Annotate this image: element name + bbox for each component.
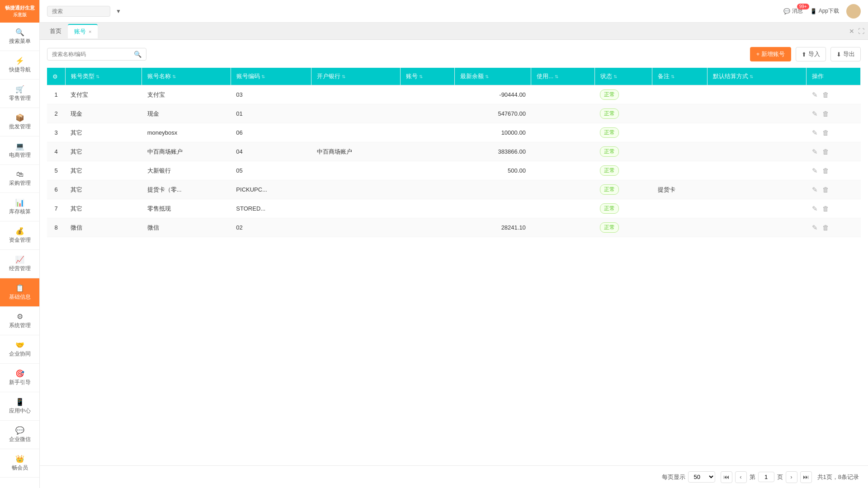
row-num: 5 xyxy=(47,161,65,180)
row-type: 支付宝 xyxy=(65,85,142,104)
sidebar-item-app-center[interactable]: 📱 应用中心 xyxy=(0,392,39,421)
row-usage xyxy=(531,104,594,123)
row-code: 06 xyxy=(231,123,311,142)
first-page-button[interactable]: ⏮ xyxy=(721,471,732,483)
page-number-input[interactable] xyxy=(758,472,774,482)
status-badge: 正常 xyxy=(600,127,619,138)
tab-expand-icon[interactable]: ⛶ xyxy=(858,28,864,35)
sort-code-icon[interactable]: ⇅ xyxy=(261,74,265,79)
sidebar-item-system[interactable]: ⚙ 系统管理 xyxy=(0,307,39,335)
row-account xyxy=(401,199,455,218)
sidebar-item-wholesale[interactable]: 📦 批发管理 xyxy=(0,108,39,136)
sort-remark-icon[interactable]: ⇅ xyxy=(671,74,675,79)
edit-icon[interactable]: ✎ xyxy=(812,224,818,232)
sidebar-item-ecommerce[interactable]: 💻 电商管理 xyxy=(0,136,39,165)
sidebar-item-label: 资金管理 xyxy=(2,236,38,244)
status-badge: 正常 xyxy=(600,146,619,157)
page-size-select-input[interactable]: 50 10 20 100 xyxy=(688,471,715,483)
delete-icon[interactable]: 🗑 xyxy=(822,205,829,213)
search-nav-icon: 🔍 xyxy=(2,28,38,37)
sort-name-icon[interactable]: ⇅ xyxy=(172,74,176,79)
sidebar-item-basic[interactable]: 📋 基础信息 xyxy=(0,278,39,307)
row-account xyxy=(401,123,455,142)
account-search-input[interactable] xyxy=(52,51,134,57)
sort-status-icon[interactable]: ⇅ xyxy=(613,74,617,79)
row-name: 微信 xyxy=(142,218,231,237)
delete-icon[interactable]: 🗑 xyxy=(822,167,829,175)
next-page-button[interactable]: › xyxy=(786,471,797,483)
sidebar-item-shortcut[interactable]: ⚡ 快捷导航 xyxy=(0,51,39,80)
edit-icon[interactable]: ✎ xyxy=(812,148,818,156)
row-usage xyxy=(531,199,594,218)
sidebar-item-label: 企业微信 xyxy=(2,436,38,443)
sidebar-item-finance[interactable]: 💰 资金管理 xyxy=(0,221,39,250)
sort-type-icon[interactable]: ⇅ xyxy=(96,74,99,79)
sidebar-item-retail[interactable]: 🛒 零售管理 xyxy=(0,80,39,108)
topbar-dropdown[interactable]: ▼ xyxy=(116,8,121,14)
tab-home[interactable]: 首页 xyxy=(43,24,68,38)
prev-page-button[interactable]: ‹ xyxy=(735,471,747,483)
tab-close-window-icon[interactable]: ✕ xyxy=(849,28,854,35)
sidebar-item-cooperation[interactable]: 🤝 企业协同 xyxy=(0,335,39,364)
user-avatar[interactable] xyxy=(846,4,861,19)
col-account-header: 账号⇅ xyxy=(401,68,455,85)
edit-icon[interactable]: ✎ xyxy=(812,167,818,175)
settings-icon[interactable]: ⚙ xyxy=(52,73,58,80)
sort-usage-icon[interactable]: ⇅ xyxy=(555,74,558,79)
edit-icon[interactable]: ✎ xyxy=(812,91,818,99)
shortcut-icon: ⚡ xyxy=(2,56,38,65)
message-icon: 💬 xyxy=(783,8,790,14)
row-actions: ✎ 🗑 xyxy=(807,180,861,199)
export-button[interactable]: ⬇ 导出 xyxy=(830,47,861,61)
sidebar-item-search[interactable]: 🔍 搜索菜单 xyxy=(0,23,39,51)
col-type-header: 账号类型⇅ xyxy=(65,68,142,85)
edit-icon[interactable]: ✎ xyxy=(812,110,818,118)
row-name: moneybosx xyxy=(142,123,231,142)
row-bank: 中百商场账户 xyxy=(311,142,401,161)
tab-account[interactable]: 账号 × xyxy=(68,24,98,38)
table-toolbar: 🔍 + 新增账号 ⬆ 导入 ⬇ 导出 xyxy=(47,47,861,61)
row-num: 7 xyxy=(47,199,65,218)
sort-payment-icon[interactable]: ⇅ xyxy=(750,74,753,79)
delete-icon[interactable]: 🗑 xyxy=(822,110,829,118)
col-status-header: 状态⇅ xyxy=(594,68,652,85)
sort-balance-icon[interactable]: ⇅ xyxy=(485,74,489,79)
sidebar-item-purchase[interactable]: 🛍 采购管理 xyxy=(0,165,39,193)
message-button[interactable]: 💬 消息 99+ xyxy=(783,7,803,15)
sidebar-item-operations[interactable]: 📈 经营管理 xyxy=(0,250,39,278)
new-account-button[interactable]: + 新增账号 xyxy=(750,47,791,61)
import-button[interactable]: ⬆ 导入 xyxy=(796,47,826,61)
search-icon[interactable]: 🔍 xyxy=(134,51,142,58)
sidebar-item-label: 基础信息 xyxy=(2,293,38,301)
delete-icon[interactable]: 🗑 xyxy=(822,148,829,156)
row-name: 提货卡（零... xyxy=(142,180,231,199)
sidebar-item-enterprise-wechat[interactable]: 💬 企业微信 xyxy=(0,421,39,449)
col-name-header: 账号名称⇅ xyxy=(142,68,231,85)
tab-close-icon[interactable]: × xyxy=(89,29,91,34)
delete-icon[interactable]: 🗑 xyxy=(822,129,829,137)
last-page-button[interactable]: ⏭ xyxy=(800,471,812,483)
delete-icon[interactable]: 🗑 xyxy=(822,91,829,99)
delete-icon[interactable]: 🗑 xyxy=(822,186,829,194)
import-icon: ⬆ xyxy=(802,51,807,58)
edit-icon[interactable]: ✎ xyxy=(812,205,818,213)
sort-account-icon[interactable]: ⇅ xyxy=(419,74,423,79)
app-download-button[interactable]: 📱 App下载 xyxy=(810,7,839,15)
row-account xyxy=(401,180,455,199)
row-type: 微信 xyxy=(65,218,142,237)
row-actions: ✎ 🗑 xyxy=(807,85,861,104)
sidebar-item-inventory[interactable]: 📊 库存核算 xyxy=(0,193,39,221)
row-name: 大新银行 xyxy=(142,161,231,180)
edit-icon[interactable]: ✎ xyxy=(812,129,818,137)
sidebar-item-member[interactable]: 👑 畅会员 xyxy=(0,449,39,478)
row-code: 01 xyxy=(231,104,311,123)
tab-account-label: 账号 xyxy=(74,28,86,36)
row-balance: -90444.00 xyxy=(454,85,531,104)
row-balance xyxy=(454,180,531,199)
sidebar-item-guide[interactable]: 🎯 新手引导 xyxy=(0,364,39,392)
topbar-right: 💬 消息 99+ 📱 App下载 xyxy=(783,4,861,19)
sort-bank-icon[interactable]: ⇅ xyxy=(342,74,345,79)
delete-icon[interactable]: 🗑 xyxy=(822,224,829,232)
edit-icon[interactable]: ✎ xyxy=(812,186,818,194)
topbar-search-input[interactable] xyxy=(47,6,110,17)
